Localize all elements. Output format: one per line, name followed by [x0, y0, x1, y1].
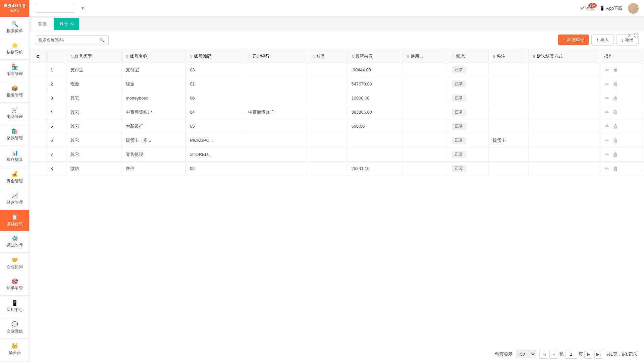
cell-type-5: 其它 [66, 133, 122, 147]
edit-btn-7[interactable]: ✏ [604, 165, 611, 172]
delete-btn-1[interactable]: 🗑 [612, 81, 619, 87]
import-btn[interactable]: ↑ 导入 [591, 34, 614, 46]
avatar[interactable] [628, 3, 639, 14]
sidebar-label-inventory: 库存核算 [7, 157, 23, 162]
cell-bank-2 [244, 91, 308, 105]
sidebar-item-finance[interactable]: 💰资金管理 [0, 167, 29, 188]
cell-balance-0: -90444.00 [347, 63, 402, 77]
first-page-btn[interactable]: |◀ [539, 350, 548, 359]
cell-remark-4 [489, 119, 529, 133]
delete-btn-6[interactable]: 🗑 [612, 151, 619, 158]
delete-btn-3[interactable]: 🗑 [612, 109, 619, 116]
cell-bank-6 [244, 147, 308, 162]
total-label: 共1页，8条记录 [606, 351, 637, 357]
sidebar-icon-enterprise: 🤝 [1, 257, 28, 263]
table-row: 5 其它 大新银行 05 500.00 正常 ✏ 🗑 [30, 119, 644, 133]
cell-bank-4 [244, 119, 308, 133]
delete-btn-7[interactable]: 🗑 [612, 165, 619, 172]
sidebar-icon-guide: 🎯 [1, 278, 28, 285]
sidebar-item-retail[interactable]: 🏪零售管理 [0, 60, 29, 81]
messages-btn[interactable]: ✉ 消息 99+ [580, 5, 594, 11]
edit-btn-1[interactable]: ✏ [604, 81, 611, 87]
sidebar-item-purchase[interactable]: 🛍️采购管理 [0, 124, 29, 145]
sidebar-item-basic[interactable]: 📋基础信息 [0, 210, 29, 231]
cell-bank-1 [244, 77, 308, 91]
content-header: 🔍 + 新增账号 ↑ 导入 ↓ 导出 [30, 30, 644, 50]
table-row: 8 微信 微信 02 28241.10 正常 ✏ 🗑 [30, 162, 644, 176]
delete-btn-4[interactable]: 🗑 [612, 123, 619, 130]
close-tab-account[interactable]: ✕ [70, 21, 73, 26]
cell-usage-3 [402, 105, 448, 119]
tab-label-home: 首页 [38, 21, 47, 27]
cell-account-3 [308, 105, 347, 119]
account-search-btn[interactable]: 🔍 [96, 36, 108, 45]
tab-label-account: 账号 [59, 21, 68, 27]
cell-actions-0: ✏ 🗑 [600, 63, 644, 77]
edit-btn-2[interactable]: ✏ [604, 95, 611, 102]
edit-btn-6[interactable]: ✏ [604, 151, 611, 158]
delete-btn-2[interactable]: 🗑 [612, 95, 619, 102]
cell-status-0: 正常 [448, 63, 489, 77]
status-badge-5: 正常 [452, 137, 466, 144]
cell-remark-0 [489, 63, 529, 77]
next-page-btn[interactable]: ▶ [584, 350, 593, 359]
cell-name-7: 微信 [121, 162, 185, 176]
sidebar-item-member[interactable]: 👑畅会员 [0, 339, 29, 360]
edit-btn-5[interactable]: ✏ [604, 137, 611, 144]
edit-btn-3[interactable]: ✏ [604, 109, 611, 116]
last-page-btn[interactable]: ▶| [594, 350, 603, 359]
tab-home[interactable]: 首页 [32, 18, 52, 30]
cell-usage-0 [402, 63, 448, 77]
sidebar-item-search[interactable]: 🔍搜索菜单 [0, 17, 29, 38]
sidebar-item-shortcuts[interactable]: ⭐快捷导航 [0, 38, 29, 60]
account-search-input[interactable] [35, 36, 96, 44]
sidebar-label-basic: 基础信息 [7, 222, 23, 226]
message-icon: ✉ [580, 6, 584, 11]
prev-page-btn[interactable]: ◀ [549, 350, 558, 359]
sidebar-item-system[interactable]: ⚙️系统管理 [0, 231, 29, 253]
account-table: ⚙ ⇅ 账号类型 ⇅ 账号名称 ⇅ 账号编码 ⇅ 开户银行 ⇅ 账号 ⇅ 最新余… [30, 50, 644, 176]
sidebar-item-wholesale[interactable]: 📦批发管理 [0, 81, 29, 103]
page-input[interactable] [565, 350, 577, 359]
top-bar: ▼ ✉ 消息 99+ 📱 App下载 [30, 0, 644, 17]
cell-default-settlement-4 [528, 119, 600, 133]
tab-account[interactable]: 账号✕ [54, 18, 79, 30]
cell-index-6: 7 [46, 147, 66, 162]
edit-btn-4[interactable]: ✏ [604, 123, 611, 130]
close-window-btn[interactable]: ✕ [627, 33, 631, 38]
maximize-window-btn[interactable]: ⛶ [634, 33, 639, 38]
dropdown-arrow[interactable]: ▼ [80, 6, 85, 11]
pagination-bar: 每页显示 50 20 100 |◀ ◀ 第 页 ▶ ▶| 共1页，8条记录 [30, 346, 644, 362]
sidebar-icon-basic: 📋 [1, 214, 28, 220]
sidebar-item-inventory[interactable]: 📊库存核算 [0, 145, 29, 167]
cell-index-0: 1 [46, 63, 66, 77]
cell-bank-7 [244, 162, 308, 176]
add-account-btn[interactable]: + 新增账号 [558, 35, 589, 45]
cell-status-7: 正常 [448, 162, 489, 176]
cell-bank-0 [244, 63, 308, 77]
sidebar-label-app_center: 应用中心 [7, 307, 23, 312]
col-setting[interactable]: ⚙ [30, 50, 46, 63]
delete-btn-0[interactable]: 🗑 [612, 67, 619, 73]
table-row: 4 其它 中百商场账户 04 中百商场账户 383866.00 正常 ✏ 🗑 [30, 105, 644, 119]
sidebar-item-operations[interactable]: 📈经营管理 [0, 188, 29, 210]
sidebar-item-app_center[interactable]: 📱应用中心 [0, 296, 29, 317]
cell-account-7 [308, 162, 347, 176]
cell-type-1: 现金 [66, 77, 122, 91]
per-page-select[interactable]: 50 20 100 [516, 350, 536, 358]
sidebar-item-enterprise[interactable]: 🤝企业协同 [0, 253, 29, 274]
app-logo: 畅捷通好生意 乐进版 [0, 0, 29, 17]
sidebar-label-operations: 经营管理 [7, 200, 23, 205]
sidebar-item-guide[interactable]: 🎯新手引导 [0, 274, 29, 296]
cell-setting-3 [30, 105, 46, 119]
sidebar-item-wechat[interactable]: 💬企业微信 [0, 317, 29, 339]
cell-usage-4 [402, 119, 448, 133]
delete-btn-5[interactable]: 🗑 [612, 137, 619, 144]
download-btn[interactable]: 📱 App下载 [599, 5, 623, 11]
main-area: ▼ ✉ 消息 99+ 📱 App下载 首页账号✕ ✕ ⛶ [30, 0, 644, 362]
cell-account-5 [308, 133, 347, 147]
cell-name-1: 现金 [121, 77, 185, 91]
edit-btn-0[interactable]: ✏ [604, 67, 611, 73]
sidebar-item-ecommerce[interactable]: 🛒电商管理 [0, 103, 29, 124]
top-search-input[interactable] [35, 4, 75, 13]
